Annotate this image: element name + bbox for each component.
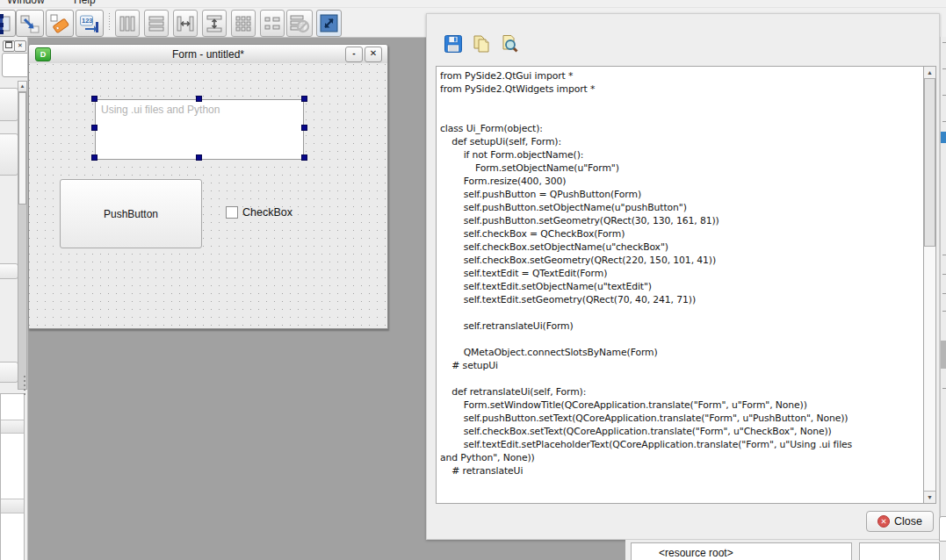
scroll-up-icon[interactable]: ▲ bbox=[18, 82, 26, 92]
edit-signals-slots-button[interactable] bbox=[16, 10, 44, 37]
property-row-divider bbox=[942, 121, 946, 122]
tab-order-badge: 123 bbox=[82, 17, 93, 25]
edit-signals-slots-icon bbox=[19, 13, 40, 34]
minimize-button[interactable]: - bbox=[345, 47, 363, 62]
widget-box-panel: ✕ ▲ bbox=[0, 37, 28, 560]
edit-buddies-button[interactable] bbox=[46, 10, 74, 37]
widget-box-item[interactable] bbox=[0, 362, 18, 383]
edit-widgets-button[interactable] bbox=[0, 10, 16, 37]
property-row-divider bbox=[942, 42, 946, 43]
adjust-size-button[interactable] bbox=[316, 10, 342, 37]
save-icon bbox=[444, 34, 463, 54]
property-row-divider bbox=[942, 311, 946, 312]
resource-root-item[interactable]: <resource root> bbox=[659, 547, 733, 559]
property-row-divider bbox=[942, 293, 946, 294]
layout-grid-icon bbox=[234, 14, 253, 33]
close-button-label: Close bbox=[894, 515, 922, 528]
property-row-divider bbox=[942, 388, 946, 389]
menu-item-help[interactable]: Help bbox=[74, 0, 96, 6]
layout-horizontal-splitter-button[interactable] bbox=[173, 10, 198, 37]
form-window-titlebar[interactable]: D Form - untitled* bbox=[29, 45, 387, 64]
resource-browser-panel: <resource root> bbox=[625, 540, 946, 560]
scroll-down-icon[interactable]: ▼ bbox=[924, 491, 935, 503]
form-window-title: Form - untitled* bbox=[29, 48, 387, 61]
layout-vertically-button[interactable] bbox=[144, 10, 169, 37]
scrollbar-thumb[interactable] bbox=[924, 78, 935, 247]
dock-close-icon: ✕ bbox=[18, 42, 23, 48]
menu-item-window[interactable]: Window bbox=[7, 0, 45, 6]
selection-handle[interactable] bbox=[196, 154, 202, 161]
toolbar-separator bbox=[109, 13, 110, 32]
selection-handle[interactable] bbox=[301, 125, 307, 131]
layout-vertical-splitter-button[interactable] bbox=[202, 10, 227, 37]
layout-vertical-splitter-icon bbox=[205, 14, 224, 33]
layout-horizontally-button[interactable] bbox=[115, 10, 140, 37]
generated-code[interactable]: from PySide2.QtGui import * from PySide2… bbox=[440, 69, 921, 477]
layout-form-icon bbox=[263, 14, 282, 33]
widget-box-scrollbar[interactable]: ▲ bbox=[18, 81, 27, 390]
selection-handle[interactable] bbox=[91, 96, 97, 102]
resource-list[interactable] bbox=[859, 542, 940, 560]
resource-tree[interactable]: <resource root> bbox=[631, 542, 852, 560]
property-row-divider bbox=[942, 68, 946, 69]
widget-box-item[interactable] bbox=[0, 88, 18, 121]
menu-bar: Window Help bbox=[0, 0, 946, 8]
property-row-divider bbox=[942, 274, 946, 275]
selection-handle[interactable] bbox=[91, 154, 97, 161]
layout-horizontal-splitter-icon bbox=[176, 14, 195, 33]
layout-grid-button[interactable] bbox=[231, 10, 256, 37]
widget-box-item[interactable] bbox=[1, 420, 24, 434]
layout-vertically-icon bbox=[147, 14, 166, 33]
widget-box-item[interactable] bbox=[1, 499, 24, 513]
checkbox-widget[interactable] bbox=[226, 206, 238, 219]
dock-splitter-handle[interactable] bbox=[24, 376, 25, 395]
dock-close-button[interactable]: ✕ bbox=[14, 40, 26, 52]
selection-handle[interactable] bbox=[301, 96, 307, 102]
widget-box-item[interactable] bbox=[0, 263, 18, 279]
adjust-size-icon bbox=[319, 13, 339, 33]
selection-handle[interactable] bbox=[301, 154, 307, 161]
scrollbar-thumb[interactable] bbox=[941, 341, 946, 369]
code-preview-dialog: from PySide2.QtGui import * from PySide2… bbox=[426, 13, 940, 540]
close-button[interactable]: ✕ Close bbox=[866, 511, 934, 532]
layout-horizontally-icon bbox=[118, 14, 137, 33]
break-layout-icon bbox=[289, 13, 310, 34]
close-window-button[interactable]: ✕ bbox=[365, 47, 382, 62]
save-button[interactable] bbox=[443, 33, 464, 54]
property-row-divider bbox=[942, 255, 946, 255]
code-scrollbar[interactable]: ▲ ▼ bbox=[923, 67, 935, 503]
find-button[interactable] bbox=[499, 33, 520, 54]
form-canvas[interactable]: Using .ui files and Python PushButton Ch… bbox=[29, 63, 387, 328]
dock-float-button[interactable] bbox=[3, 40, 15, 52]
selection-handle[interactable] bbox=[91, 125, 97, 131]
widget-filter-input[interactable] bbox=[2, 53, 28, 77]
selection-handle[interactable] bbox=[196, 96, 202, 102]
copy-button[interactable] bbox=[471, 33, 492, 54]
break-layout-button[interactable] bbox=[286, 10, 313, 37]
dock-float-icon bbox=[5, 41, 12, 48]
code-view[interactable]: from PySide2.QtGui import * from PySide2… bbox=[436, 66, 936, 504]
close-icon: ✕ bbox=[877, 515, 890, 528]
scrollbar-thumb[interactable] bbox=[18, 92, 26, 205]
edit-widgets-icon bbox=[0, 13, 12, 34]
layout-form-button[interactable] bbox=[260, 10, 285, 37]
designer-form-icon: D bbox=[35, 47, 51, 61]
form-editor-window: D Form - untitled* - ✕ Using .ui files a… bbox=[28, 44, 388, 329]
edit-buddies-icon bbox=[49, 13, 70, 34]
property-editor-sliver bbox=[940, 37, 946, 540]
scroll-up-icon[interactable]: ▲ bbox=[924, 67, 935, 79]
pushbutton-widget[interactable]: PushButton bbox=[60, 179, 202, 248]
find-icon bbox=[500, 34, 519, 54]
widget-box-list bbox=[0, 393, 25, 560]
property-row-divider bbox=[942, 95, 946, 96]
edit-tab-order-icon: 123 bbox=[79, 13, 100, 34]
selected-property-row[interactable] bbox=[941, 132, 946, 143]
copy-icon bbox=[472, 34, 491, 54]
panel-corner bbox=[939, 516, 946, 542]
widget-box-item[interactable] bbox=[0, 133, 18, 176]
edit-tab-order-button[interactable]: 123 bbox=[76, 10, 104, 37]
checkbox-label[interactable]: CheckBox bbox=[242, 206, 292, 219]
textedit-widget[interactable]: Using .ui files and Python bbox=[95, 99, 304, 160]
